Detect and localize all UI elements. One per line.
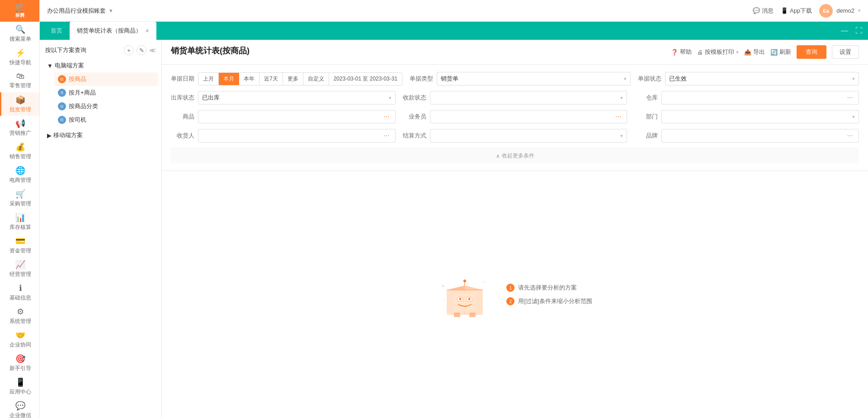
logo-text: 标腾 bbox=[15, 12, 24, 19]
print-button[interactable]: 🖨 按模板打印 ▾ bbox=[697, 48, 739, 56]
web-icon: 🌐 bbox=[15, 166, 25, 176]
tree-item-by-driver[interactable]: 司 按司机 bbox=[54, 113, 158, 127]
sidebar-item-wholesale[interactable]: 📦 批发管理 bbox=[0, 92, 39, 116]
tab-close-icon[interactable]: ✕ bbox=[145, 28, 149, 34]
box-icon: 📦 bbox=[15, 95, 25, 105]
tab-maximize-button[interactable]: ⛶ bbox=[854, 25, 864, 37]
product-ellipsis-btn[interactable]: ··· bbox=[382, 113, 391, 121]
filter-row-1: 单据日期 上月 本月 本年 近7天 更多 自定义 2023-03-01 至 20… bbox=[171, 72, 859, 86]
tree-item-label: 按月+商品 bbox=[69, 89, 96, 97]
date-btn-custom[interactable]: 自定义 bbox=[303, 73, 329, 85]
receiver-ellipsis-btn[interactable]: ··· bbox=[382, 132, 391, 140]
tree-expand-right-icon: ▶ bbox=[47, 132, 52, 139]
title-dropdown-arrow[interactable]: ▾ bbox=[109, 7, 113, 14]
app-download-button[interactable]: 📱 App下载 bbox=[781, 7, 812, 15]
shopping-icon: 🛍 bbox=[16, 71, 24, 81]
date-btn-last-month[interactable]: 上月 bbox=[198, 73, 219, 85]
dept-dropdown-arrow: ▾ bbox=[852, 114, 855, 120]
brand-ellipsis-btn[interactable]: ··· bbox=[845, 132, 855, 140]
main-wrapper: 办公用品行业模拟账套 ▾ 💬 消息 📱 App下载 Ea demo2 ▾ 首页 … bbox=[40, 0, 868, 418]
tree-item-by-month-product[interactable]: 月 按月+商品 bbox=[54, 86, 158, 100]
add-scheme-button[interactable]: + bbox=[124, 45, 134, 55]
tree-section-mobile: ▶ 移动端方案 bbox=[40, 128, 161, 142]
receipt-status-select[interactable]: ▾ bbox=[430, 91, 627, 104]
product-select[interactable]: ··· bbox=[198, 110, 396, 124]
scheme-icon-orange: 按 bbox=[58, 75, 66, 83]
help-button[interactable]: ❓ 帮助 bbox=[671, 48, 692, 56]
panel-header-label: 按以下方案查询 bbox=[45, 46, 86, 54]
svg-point-6 bbox=[459, 298, 462, 300]
sidebar-item-sales[interactable]: 💰 销售管理 bbox=[0, 139, 39, 163]
sidebar-item-search[interactable]: 🔍 搜索菜单 bbox=[0, 22, 39, 45]
step-1-num: 1 bbox=[506, 284, 514, 292]
filter-doc-type: 单据类型 销货单 ▾ bbox=[410, 72, 631, 86]
date-btn-7days[interactable]: 近7天 bbox=[259, 73, 283, 85]
edit-scheme-button[interactable]: ✎ bbox=[137, 45, 146, 55]
warehouse-select[interactable]: ··· bbox=[661, 91, 859, 104]
filter-product: 商品 ··· bbox=[171, 110, 396, 124]
filter-area: 单据日期 上月 本月 本年 近7天 更多 自定义 2023-03-01 至 20… bbox=[162, 65, 868, 171]
money-icon: 💰 bbox=[15, 142, 25, 152]
receiver-select[interactable]: ··· bbox=[198, 129, 396, 142]
sidebar-item-retail[interactable]: 🛍 零售管理 bbox=[0, 69, 39, 92]
user-dropdown-arrow: ▾ bbox=[858, 8, 861, 14]
payment-select[interactable]: ▾ bbox=[430, 129, 627, 142]
sidebar-item-guide[interactable]: 🎯 新手引导 bbox=[0, 351, 39, 375]
sidebar-item-basic[interactable]: ℹ 基础信息 bbox=[0, 280, 39, 304]
date-btn-more[interactable]: 更多 bbox=[283, 73, 303, 85]
refresh-button[interactable]: 🔄 刷新 bbox=[770, 48, 791, 56]
sidebar-item-ecommerce[interactable]: 🌐 电商管理 bbox=[0, 163, 39, 186]
doc-status-select[interactable]: 已生效 ▾ bbox=[665, 72, 859, 86]
empty-step-2: 2 用[过滤]条件来缩小分析范围 bbox=[506, 297, 592, 305]
cart-icon: 🛒 bbox=[15, 189, 25, 199]
doc-type-select[interactable]: 销货单 ▾ bbox=[437, 72, 631, 86]
query-button[interactable]: 查询 bbox=[797, 45, 826, 59]
sidebar-item-appstore[interactable]: 📱 应用中心 bbox=[0, 375, 39, 398]
settings-button[interactable]: 设置 bbox=[832, 45, 859, 59]
date-btn-this-month[interactable]: 本月 bbox=[219, 73, 239, 85]
svg-point-9 bbox=[463, 280, 466, 282]
sidebar-item-label: 营销推广 bbox=[9, 130, 31, 137]
collapse-label: 收起更多条件 bbox=[502, 152, 534, 160]
out-status-select[interactable]: 已出库 ▾ bbox=[198, 91, 396, 104]
salesperson-select[interactable]: ··· bbox=[430, 110, 627, 124]
tab-home-label: 首页 bbox=[51, 27, 62, 35]
dept-select[interactable]: ▾ bbox=[661, 110, 859, 124]
sidebar-item-operations[interactable]: 📈 经营管理 bbox=[0, 257, 39, 280]
sidebar-item-wechat[interactable]: 💬 企业微信 bbox=[0, 398, 39, 418]
sidebar-item-marketing[interactable]: 📢 营销推广 bbox=[0, 116, 39, 139]
tree-item-by-product[interactable]: 按 按商品 bbox=[54, 72, 158, 86]
doc-status-value: 已生效 bbox=[669, 75, 687, 83]
salesperson-ellipsis-btn[interactable]: ··· bbox=[613, 113, 623, 121]
sidebar-item-quick-nav[interactable]: ⚡ 快捷导航 bbox=[0, 45, 39, 69]
message-button[interactable]: 💬 消息 bbox=[753, 7, 774, 15]
out-status-label: 出库状态 bbox=[171, 94, 194, 102]
sidebar-item-coop[interactable]: 🤝 企业协同 bbox=[0, 328, 39, 351]
sidebar-item-purchase[interactable]: 🛒 采购管理 bbox=[0, 186, 39, 210]
tree-section-pc: ▼ 电脑端方案 按 按商品 月 按月+商品 分 按商品分类 bbox=[40, 59, 161, 127]
filter-receiver: 收货人 ··· bbox=[171, 129, 396, 142]
logo-icon: 🛒 bbox=[15, 3, 25, 11]
collapse-panel-button[interactable]: ≪ bbox=[149, 47, 156, 54]
warehouse-ellipsis-btn[interactable]: ··· bbox=[845, 94, 855, 102]
user-menu-button[interactable]: Ea demo2 ▾ bbox=[819, 4, 861, 18]
target-icon: 🎯 bbox=[15, 354, 25, 364]
tab-home[interactable]: 首页 bbox=[43, 22, 70, 40]
tree-parent-pc[interactable]: ▼ 电脑端方案 bbox=[43, 59, 158, 72]
print-dropdown-arrow[interactable]: ▾ bbox=[736, 49, 739, 55]
date-btn-this-year[interactable]: 本年 bbox=[239, 73, 259, 85]
trending-icon: 📈 bbox=[15, 260, 25, 270]
sidebar-menu: 🔍 搜索菜单 ⚡ 快捷导航 🛍 零售管理 📦 批发管理 📢 营销推广 💰 销售管… bbox=[0, 22, 39, 418]
chevron-down-icon-4: ▾ bbox=[620, 95, 623, 101]
brand-select[interactable]: ··· bbox=[661, 129, 859, 142]
sidebar-item-finance[interactable]: 💳 资金管理 bbox=[0, 233, 39, 257]
export-button[interactable]: 📤 导出 bbox=[744, 48, 765, 56]
tree-parent-mobile[interactable]: ▶ 移动端方案 bbox=[43, 128, 158, 142]
sidebar-item-inventory[interactable]: 📊 库存核算 bbox=[0, 210, 39, 233]
tab-sales-stats[interactable]: 销货单统计表（按商品） ✕ bbox=[70, 22, 156, 40]
collapse-more-button[interactable]: ∧ 收起更多条件 bbox=[171, 148, 859, 163]
svg-rect-3 bbox=[453, 294, 476, 311]
sidebar-item-system[interactable]: ⚙ 系统管理 bbox=[0, 304, 39, 328]
tree-item-by-category[interactable]: 分 按商品分类 bbox=[54, 100, 158, 113]
tab-minimize-button[interactable]: — bbox=[839, 25, 850, 37]
